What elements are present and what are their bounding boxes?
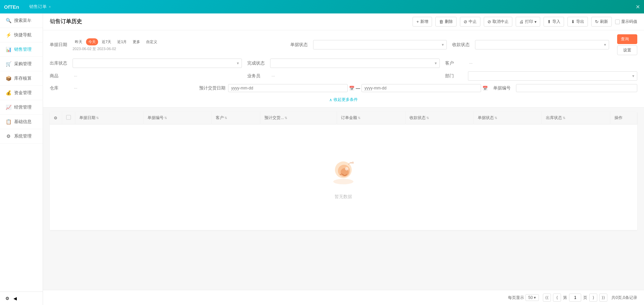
expected-date-from[interactable] (228, 84, 348, 92)
query-button[interactable]: 查询 (617, 34, 637, 44)
payment-status-label: 收款状态 (452, 42, 472, 48)
sort-icon-date[interactable]: ⇅ (96, 116, 99, 120)
dept-select[interactable]: ▾ (468, 71, 637, 81)
sort-icon-bill-no[interactable]: ⇅ (164, 116, 167, 120)
warehouse-ellipsis[interactable]: ··· (73, 86, 79, 90)
sidebar-icon-purchase: 🛒 (5, 61, 11, 67)
export-button[interactable]: ⬇导出 (567, 17, 588, 27)
date-tag-昨天[interactable]: 昨天 (73, 38, 85, 45)
col-label-outbound-status: 出库状态 (546, 115, 562, 120)
goods-ellipsis[interactable]: ··· (73, 74, 79, 78)
stop-btn-label: 中止 (469, 19, 477, 25)
chevron-down-icon4: ▾ (435, 61, 437, 66)
outbound-select[interactable]: ▾ (73, 59, 242, 68)
sidebar-item-basic-info[interactable]: 📋 基础信息 (0, 115, 43, 129)
collapse-bar[interactable]: ∧ 收起更多条件 (50, 96, 637, 105)
refresh-button[interactable]: ↻刷新 (591, 17, 612, 27)
total-info: 共0页,0条记录 (611, 295, 637, 301)
sidebar-icon-operations: 📈 (5, 104, 11, 110)
sidebar-label-operations: 经营管理 (14, 104, 32, 110)
export-btn-label: 导出 (576, 19, 584, 25)
sidebar-collapse-icon[interactable]: ◀ (13, 296, 17, 301)
sidebar-item-finance[interactable]: 💰 资金管理 (0, 86, 43, 100)
header-checkbox[interactable] (66, 115, 71, 120)
new-btn-label: 新增 (420, 19, 428, 25)
complete-select[interactable]: ▾ (270, 59, 439, 68)
first-page-btn[interactable]: ⟨⟨ (543, 294, 551, 302)
col-label-operation: 操作 (614, 115, 622, 120)
filter-row-2: 出库状态 ▾ 完成状态 ▾ 客户 ··· (50, 59, 637, 68)
sidebar-item-inventory[interactable]: 📦 库存核算 (0, 71, 43, 86)
sort-icon-bill-status[interactable]: ⇅ (495, 116, 497, 120)
stop-button[interactable]: ⊘中止 (460, 17, 480, 27)
sort-icon-customer[interactable]: ⇅ (224, 116, 227, 120)
page-label-after: 页 (583, 295, 587, 301)
settings-button[interactable]: 设置 (617, 45, 637, 55)
col-label-bill-no: 单据编号 (147, 115, 164, 120)
next-page-btn[interactable]: ⟩ (589, 294, 597, 302)
sidebar-item-system[interactable]: ⚙ 系统管理 (0, 129, 43, 144)
date-tag-近1月[interactable]: 近1月 (115, 38, 129, 45)
sidebar-item-sales[interactable]: 📊 销售管理 (0, 42, 43, 57)
th-expected-date[interactable]: 预计交货...⇅ (260, 112, 337, 124)
sort-icon-payment-status[interactable]: ⇅ (426, 116, 429, 120)
payment-status-select[interactable]: ▾ (475, 40, 609, 49)
customer-ellipsis[interactable]: ··· (468, 61, 474, 66)
tab-close-icon[interactable]: × (57, 18, 59, 22)
sidebar-item-operations[interactable]: 📈 经营管理 (0, 100, 43, 115)
date-tag-今天[interactable]: 今天 (86, 38, 98, 45)
date-tag-更多[interactable]: 更多 (130, 38, 142, 45)
sort-icon-order-amount[interactable]: ⇅ (358, 116, 360, 120)
customer-label: 客户 (445, 60, 465, 66)
display-col-checkbox[interactable] (615, 20, 620, 24)
cancel-stop-button[interactable]: ⊘取消中止 (484, 17, 512, 27)
tab-close-icon[interactable]: × (49, 5, 51, 9)
th-outbound-status[interactable]: 出库状态⇅ (542, 112, 610, 124)
delete-button[interactable]: 🗑删除 (435, 17, 457, 27)
window-close-btn[interactable]: ✕ (636, 4, 640, 10)
bill-status-select[interactable]: ▾ (313, 40, 447, 49)
th-settings: ⚙ (50, 112, 62, 124)
sort-icon-expected-date[interactable]: ⇅ (285, 116, 287, 120)
expected-date-to[interactable] (361, 84, 481, 92)
print-btn-icon: 🖨 (519, 19, 524, 24)
import-button[interactable]: ⬆导入 (544, 17, 564, 27)
new-btn-icon: + (416, 19, 419, 24)
calendar-icon-to[interactable]: 📅 (482, 86, 488, 91)
th-bill-status[interactable]: 单据状态⇅ (474, 112, 542, 124)
page-size-value: 50 (528, 295, 533, 300)
outbound-label: 出库状态 (50, 60, 70, 66)
last-page-btn[interactable]: ⟩⟩ (599, 294, 607, 302)
new-button[interactable]: +新增 (413, 17, 432, 27)
calendar-icon-from[interactable]: 📅 (349, 86, 354, 91)
sidebar-item-purchase[interactable]: 🛒 采购管理 (0, 57, 43, 71)
gear-icon[interactable]: ⚙ (54, 116, 57, 120)
date-tag-自定义[interactable]: 自定义 (144, 38, 160, 45)
print-button[interactable]: 🖨打印▾ (516, 17, 540, 27)
sidebar-settings-icon[interactable]: ⚙ (5, 296, 9, 301)
chevron-up-icon: ∧ (329, 98, 332, 102)
sort-icon-outbound-status[interactable]: ⇅ (563, 116, 565, 120)
th-date[interactable]: 单据日期⇅ (75, 112, 143, 124)
tab-sales-order-history[interactable]: 销售订单历史 × (25, 13, 64, 27)
date-range: 2023-06-02 至 2023-06-02 (73, 46, 285, 51)
tab-sales-order[interactable]: 销售订单 × (25, 0, 64, 13)
current-page-input[interactable] (569, 294, 581, 302)
sidebar-item-quick-nav[interactable]: ⚡ 快捷导航 (0, 28, 43, 42)
bill-no-input[interactable] (516, 84, 637, 92)
th-bill-no[interactable]: 单据编号⇅ (143, 112, 211, 124)
th-payment-status[interactable]: 收款状态⇅ (405, 112, 473, 124)
th-customer[interactable]: 客户⇅ (212, 112, 260, 124)
stop-btn-icon: ⊘ (464, 19, 467, 24)
salesperson-ellipsis[interactable]: ··· (270, 74, 276, 78)
date-tag-近7天[interactable]: 近7天 (99, 38, 114, 45)
sidebar-icon-inventory: 📦 (5, 75, 11, 81)
sidebar-bottom: ⚙ ◀ (0, 292, 43, 305)
prev-page-btn[interactable]: ⟨ (553, 294, 561, 302)
display-col-label[interactable]: 显示码值 (615, 19, 637, 25)
import-btn-label: 导入 (552, 19, 560, 25)
sidebar-label-purchase: 采购管理 (14, 61, 32, 67)
th-order-amount[interactable]: 订单金额⇅ (337, 112, 405, 124)
page-size-box[interactable]: 50 ▾ (525, 294, 539, 301)
complete-label: 完成状态 (247, 60, 267, 66)
